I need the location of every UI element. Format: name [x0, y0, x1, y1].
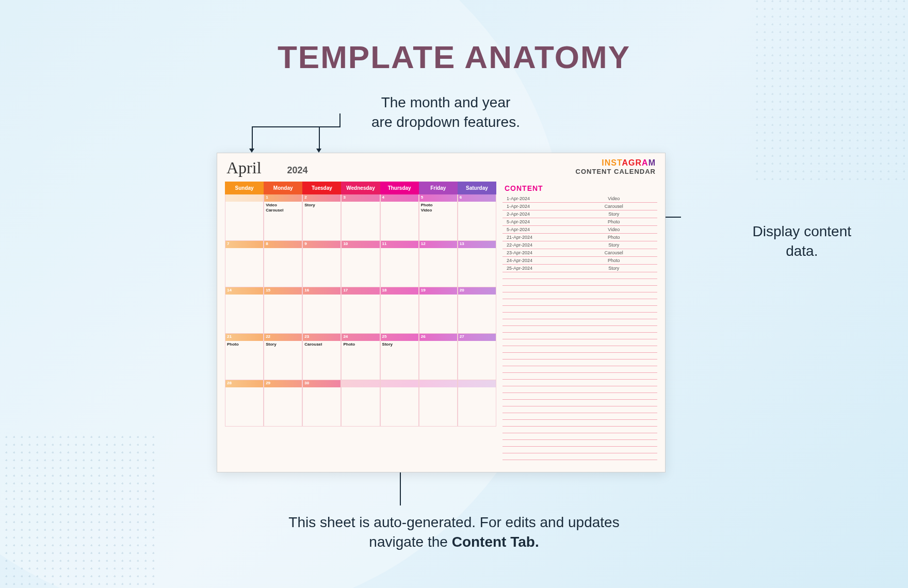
content-heading: CONTENT: [502, 182, 657, 195]
calendar-cell: 21Photo: [225, 334, 264, 380]
day-header: Sunday: [225, 182, 264, 194]
calendar-cell: 4: [380, 194, 419, 241]
day-header: Friday: [419, 182, 458, 194]
empty-content-row: [502, 427, 657, 433]
calendar-cell: [419, 380, 458, 427]
calendar-cell: 18: [380, 287, 419, 334]
empty-content-row: [502, 447, 657, 453]
empty-content-row: [502, 413, 657, 420]
calendar-cell: 25Story: [380, 334, 419, 380]
day-header: Wednesday: [341, 182, 380, 194]
empty-content-row: [502, 279, 657, 286]
year-dropdown[interactable]: 2024: [287, 165, 308, 176]
calendar-cell: 15: [264, 287, 302, 334]
calendar-cell: 1VideoCarousel: [264, 194, 302, 241]
content-panel: CONTENT 1-Apr-2024Video1-Apr-2024Carouse…: [502, 182, 657, 460]
calendar-cell: 8: [264, 241, 302, 287]
calendar-cell: 22Story: [264, 334, 302, 380]
content-row: 2-Apr-2024Story: [502, 210, 657, 218]
empty-content-row: [502, 453, 657, 460]
calendar-cell: 11: [380, 241, 419, 287]
empty-content-row: [502, 292, 657, 299]
empty-content-row: [502, 339, 657, 346]
day-header: Monday: [264, 182, 302, 194]
calendar-cell: [458, 380, 496, 427]
content-row: 24-Apr-2024Photo: [502, 257, 657, 265]
content-row: 5-Apr-2024Photo: [502, 218, 657, 226]
empty-content-row: [502, 286, 657, 292]
calendar-cell: 10: [341, 241, 380, 287]
calendar-cell: [225, 194, 264, 241]
empty-content-row: [502, 360, 657, 366]
empty-content-row: [502, 373, 657, 380]
calendar-cell: 29: [264, 380, 302, 427]
annotation-content-data: Display content data.: [753, 222, 851, 261]
empty-content-row: [502, 319, 657, 326]
empty-content-row: [502, 272, 657, 279]
empty-content-row: [502, 333, 657, 339]
calendar-cell: 12: [419, 241, 458, 287]
calendar-cell: 9: [302, 241, 341, 287]
empty-content-row: [502, 433, 657, 440]
empty-content-row: [502, 400, 657, 406]
calendar-cell: 24Photo: [341, 334, 380, 380]
day-header: Saturday: [458, 182, 496, 194]
calendar-cell: 16: [302, 287, 341, 334]
calendar-cell: 23Carousel: [302, 334, 341, 380]
empty-content-row: [502, 299, 657, 306]
calendar-cell: 28: [225, 380, 264, 427]
empty-content-row: [502, 380, 657, 386]
empty-content-row: [502, 306, 657, 313]
empty-content-row: [502, 313, 657, 319]
calendar-cell: 3: [341, 194, 380, 241]
calendar-cell: 7: [225, 241, 264, 287]
empty-content-row: [502, 406, 657, 413]
empty-content-row: [502, 346, 657, 353]
annotation-autogenerated: This sheet is auto-generated. For edits …: [288, 494, 619, 552]
calendar-cell: 20: [458, 287, 496, 334]
content-row: 22-Apr-2024Story: [502, 241, 657, 249]
calendar-cell: [341, 380, 380, 427]
calendar-cell: 30: [302, 380, 341, 427]
month-dropdown[interactable]: April: [226, 158, 262, 177]
calendar-cell: 17: [341, 287, 380, 334]
annotation-dropdown: The month and year are dropdown features…: [371, 93, 520, 132]
content-row: 1-Apr-2024Video: [502, 195, 657, 203]
calendar-grid: SundayMondayTuesdayWednesdayThursdayFrid…: [225, 182, 496, 460]
page-title: TEMPLATE ANATOMY: [278, 39, 630, 75]
calendar-cell: 13: [458, 241, 496, 287]
calendar-template: April 2024 INSTAGRAM CONTENT CALENDAR Su…: [217, 153, 666, 472]
calendar-cell: 26: [419, 334, 458, 380]
calendar-cell: 5PhotoVideo: [419, 194, 458, 241]
calendar-cell: 14: [225, 287, 264, 334]
empty-content-row: [502, 440, 657, 447]
empty-content-row: [502, 353, 657, 360]
empty-content-row: [502, 386, 657, 393]
content-row: 1-Apr-2024Carousel: [502, 203, 657, 210]
content-row: 5-Apr-2024Video: [502, 226, 657, 234]
calendar-cell: 6: [458, 194, 496, 241]
empty-content-row: [502, 420, 657, 427]
day-header: Thursday: [380, 182, 419, 194]
brand-title: INSTAGRAM CONTENT CALENDAR: [576, 158, 656, 177]
calendar-cell: 19: [419, 287, 458, 334]
content-row: 23-Apr-2024Carousel: [502, 249, 657, 257]
calendar-cell: 2Story: [302, 194, 341, 241]
day-header: Tuesday: [302, 182, 341, 194]
content-row: 21-Apr-2024Photo: [502, 234, 657, 241]
empty-content-row: [502, 366, 657, 373]
calendar-cell: 27: [458, 334, 496, 380]
empty-content-row: [502, 326, 657, 333]
calendar-cell: [380, 380, 419, 427]
empty-content-row: [502, 393, 657, 400]
content-row: 25-Apr-2024Story: [502, 265, 657, 272]
